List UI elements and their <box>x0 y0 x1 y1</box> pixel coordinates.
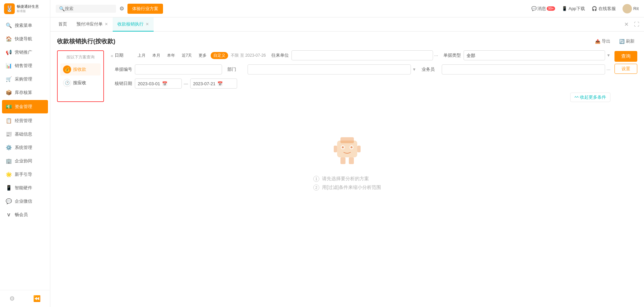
enterprise-icon: 🏢 <box>5 158 12 164</box>
date-tab-thismonth[interactable]: 本月 <box>150 52 163 59</box>
date-tab-lastmonth[interactable]: 上月 <box>135 52 148 59</box>
date-tab-more[interactable]: 更多 <box>196 52 209 59</box>
message-badge: 99+ <box>547 6 555 11</box>
partner-input-wrap[interactable] <box>291 50 433 60</box>
refresh-btn[interactable]: 🔄 刷新 <box>616 37 637 46</box>
sidebar-item-marketing[interactable]: 📢 营销推广 <box>0 46 50 59</box>
empty-state: 1 请先选择要分析的方案 2 用[过滤]条件来缩小分析范围 <box>57 102 637 220</box>
sidebar-item-system[interactable]: ⚙️ 系统管理 <box>0 141 50 154</box>
calendar-end-icon: 📅 <box>217 81 223 86</box>
collapse-sidebar-btn[interactable]: ⏪ <box>31 294 43 304</box>
user-name: Rit <box>633 6 639 11</box>
sidebar-item-enterprise[interactable]: 🏢 企业协同 <box>0 154 50 168</box>
search-header-icon: 🔍 <box>59 6 65 11</box>
query-button[interactable]: 查询 <box>614 51 637 62</box>
filter-row-2: 单据编号 部门 <box>115 64 610 74</box>
verify-date-start-value: 2023-03-01 <box>138 81 160 86</box>
close-tab-btn[interactable]: ✕ <box>623 20 630 28</box>
settings-bottom-icon[interactable]: ⚙ <box>7 294 17 304</box>
wechat-icon: 💬 <box>5 198 12 205</box>
user-area[interactable]: Rit <box>623 4 639 13</box>
date-tabs: 上月 本月 本年 近7天 更多 自定义 不限 至 2023-07-26 <box>135 52 266 59</box>
filter-group-partner: 往来单位 ··· <box>271 50 438 60</box>
staff-label: 业务员 <box>422 66 442 72</box>
marketing-icon: 📢 <box>5 49 12 56</box>
header-search-area[interactable]: 🔍 <box>56 5 116 13</box>
doctype-select-wrap[interactable]: 全部 <box>464 50 605 60</box>
sidebar-item-basic[interactable]: 📰 基础信息 <box>0 127 50 141</box>
sidebar-collapse-btn[interactable]: « <box>109 53 115 58</box>
chevron-up-icon: ^^ <box>575 95 579 100</box>
sales-icon: 📊 <box>5 62 12 69</box>
date-tab-custom[interactable]: 自定义 <box>211 52 228 59</box>
filter-sidebar: 按以下方案查询 💰 按收款 🕐 按应收 <box>57 50 104 102</box>
app-download-btn[interactable]: 📱 App下载 <box>562 6 585 12</box>
filter-group-date: 日期 上月 本月 本年 近7天 更多 自定义 不限 至 2023-07-26 <box>115 52 266 59</box>
header-search-input[interactable] <box>65 6 108 11</box>
partner-input[interactable] <box>294 53 430 58</box>
sidebar-item-purchase[interactable]: 🛒 采购管理 <box>0 72 50 86</box>
docno-label: 单据编号 <box>115 66 135 72</box>
empty-tips: 1 请先选择要分析的方案 2 用[过滤]条件来缩小分析范围 <box>313 176 381 193</box>
online-service-btn[interactable]: 🎧 在线客服 <box>592 6 616 12</box>
collapse-more-btn[interactable]: ^^ 收起更多条件 <box>570 93 610 102</box>
staff-input[interactable] <box>445 67 602 72</box>
filter-option-receivable[interactable]: 🕐 按应收 <box>60 77 101 89</box>
date-separator: — <box>184 81 188 86</box>
message-btn[interactable]: 💬 消息 99+ <box>531 6 555 12</box>
tab-prepay-close[interactable]: ✕ <box>105 22 108 27</box>
verify-date-end-input[interactable]: 2023-07-21 📅 <box>190 79 237 89</box>
staff-input-wrap[interactable] <box>442 64 605 74</box>
docno-input[interactable] <box>138 67 219 72</box>
svg-rect-7 <box>357 146 361 152</box>
dept-label: 部门 <box>227 66 248 72</box>
verify-date-label: 核销日期 <box>115 81 135 87</box>
page-title: 收款核销执行(按收款) <box>57 37 115 45</box>
solution-button[interactable]: 体验行业方案 <box>127 4 163 14</box>
business-icon: 📋 <box>5 117 12 124</box>
dept-chevron: ▼ <box>412 67 416 72</box>
sidebar-item-member[interactable]: V 畅会员 <box>0 208 50 221</box>
dept-select-wrap[interactable] <box>248 64 411 74</box>
collapse-more: ^^ 收起更多条件 <box>115 93 610 102</box>
app-icon: 📱 <box>562 6 567 11</box>
gear-icon[interactable]: ⚙ <box>119 5 124 12</box>
tab-collection-close[interactable]: ✕ <box>146 22 149 27</box>
svg-rect-9 <box>349 157 354 164</box>
tab-prepay[interactable]: 预付冲应付单 ✕ <box>72 17 113 32</box>
setting-button[interactable]: 设置 <box>614 64 637 74</box>
filter-group-verify-date: 核销日期 2023-03-01 📅 — 2023-07-21 <box>115 79 237 89</box>
doctype-label: 单据类型 <box>443 52 464 58</box>
export-icon: 📤 <box>595 39 600 44</box>
sidebar-item-quick[interactable]: 🏠 快捷导航 <box>0 32 50 46</box>
filter-group-dept: 部门 ▼ <box>227 64 416 74</box>
empty-tip-1: 1 请先选择要分析的方案 <box>313 176 381 182</box>
svg-rect-8 <box>340 157 345 164</box>
filter-group-staff: 业务员 ··· <box>422 64 610 74</box>
staff-dots[interactable]: ··· <box>606 67 610 72</box>
export-btn[interactable]: 📤 导出 <box>592 37 613 46</box>
sidebar-item-inventory[interactable]: 📦 库存核算 <box>0 86 50 99</box>
verify-date-start-input[interactable]: 2023-03-01 📅 <box>135 79 182 89</box>
docno-input-wrap[interactable] <box>135 64 222 74</box>
sidebar-item-hardware[interactable]: 📱 智能硬件 <box>0 181 50 195</box>
tab-home[interactable]: 首页 <box>54 17 72 32</box>
date-tab-thisyear[interactable]: 本年 <box>164 52 178 59</box>
main-area: 🔍 ⚙ 体验行业方案 💬 消息 99+ 📱 App下载 🎧 在线客服 Rit <box>50 0 644 307</box>
sidebar-item-finance[interactable]: 💵 资金管理 <box>2 100 48 113</box>
sidebar-item-search[interactable]: 🔍 搜索菜单 <box>0 19 50 32</box>
date-tab-7days[interactable]: 近7天 <box>179 52 195 59</box>
service-icon: 🎧 <box>592 6 597 11</box>
filter-row-3: 核销日期 2023-03-01 📅 — 2023-07-21 <box>115 79 610 89</box>
sidebar-item-sales[interactable]: 📊 销售管理 <box>0 59 50 72</box>
maximize-tab-btn[interactable]: ⛶ <box>633 21 641 28</box>
partner-dots[interactable]: ··· <box>434 53 438 58</box>
sidebar-item-wechat[interactable]: 💬 企业微信 <box>0 195 50 208</box>
sidebar-item-business[interactable]: 📋 经营管理 <box>0 114 50 127</box>
filter-option-collection[interactable]: 💰 按收款 <box>60 63 101 75</box>
dept-select[interactable] <box>251 67 408 72</box>
tab-collection[interactable]: 收款核销执行 ✕ <box>113 17 154 32</box>
doctype-select[interactable]: 全部 <box>467 53 602 58</box>
system-icon: ⚙️ <box>5 144 12 151</box>
sidebar-item-guide[interactable]: 🌟 新手引导 <box>0 168 50 181</box>
